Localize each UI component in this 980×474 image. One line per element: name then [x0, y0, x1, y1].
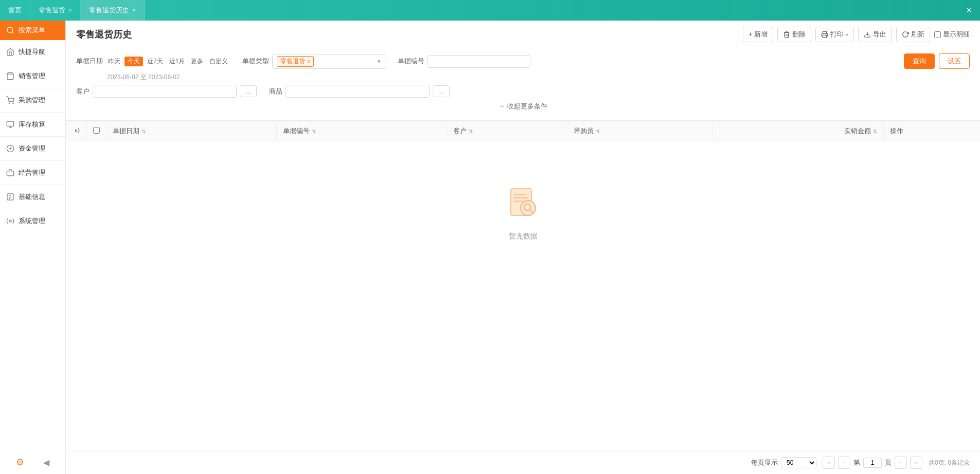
sidebar-search-label: 搜索菜单: [19, 26, 45, 35]
tab-home[interactable]: 首页: [0, 0, 30, 21]
svg-rect-22: [513, 197, 528, 198]
sort-icon-doc-date: ⇅: [141, 129, 146, 134]
export-button[interactable]: 导出: [858, 27, 892, 42]
last-page-button[interactable]: »: [910, 457, 922, 469]
print-button[interactable]: 打印 ▾: [815, 27, 854, 42]
sidebar-item-purchase[interactable]: 采购管理: [0, 88, 65, 113]
window-close-button[interactable]: ×: [958, 5, 980, 16]
doc-type-chip-text: 零售退货: [280, 57, 305, 66]
th-amount-sort[interactable]: 实销金额 ⇅: [719, 126, 877, 136]
sidebar-item-system[interactable]: 系统管理: [0, 209, 65, 233]
show-detail-checkbox[interactable]: [934, 31, 941, 38]
customer-input[interactable]: [93, 85, 237, 98]
sidebar-item-finance[interactable]: 资金管理: [0, 137, 65, 161]
tab-retail-return-close[interactable]: ×: [68, 7, 72, 14]
page-number-input[interactable]: [863, 458, 882, 468]
pagination-bar: 每页显示 10 20 50 100 « ‹ 第 页 › » 共0页, 0条记录: [66, 451, 980, 474]
svg-rect-21: [513, 194, 526, 195]
tab-retail-return-history-label: 零售退货历史: [89, 6, 129, 15]
column-settings-icon[interactable]: [73, 127, 80, 134]
th-doc-number: 单据编号 ⇅: [276, 121, 447, 141]
doc-type-select[interactable]: 零售退货 × ▾: [272, 54, 385, 69]
date-yesterday[interactable]: 昨天: [106, 57, 122, 66]
sidebar-item-inventory[interactable]: 库存核算: [0, 113, 65, 137]
show-detail-checkbox-label[interactable]: 显示明细: [934, 30, 970, 39]
tab-retail-return[interactable]: 零售退货 ×: [30, 0, 81, 21]
product-input[interactable]: [286, 85, 430, 98]
th-doc-number-sort[interactable]: 单据编号 ⇅: [283, 126, 440, 136]
svg-line-1: [12, 32, 13, 33]
refresh-icon: [902, 31, 909, 38]
tab-retail-return-label: 零售退货: [39, 6, 65, 15]
print-icon: [821, 31, 828, 38]
sidebar-item-sales[interactable]: 销售管理: [0, 64, 65, 88]
date-today[interactable]: 今天: [124, 57, 143, 66]
product-ellipsis-btn[interactable]: ...: [433, 85, 450, 97]
sidebar-collapse-icon[interactable]: ◀: [43, 458, 49, 467]
tab-retail-return-history[interactable]: 零售退货历史 ×: [81, 0, 145, 21]
customer-ellipsis-btn[interactable]: ...: [240, 85, 257, 97]
sidebar-settings-icon[interactable]: ⚙: [16, 457, 24, 468]
sort-icon-customer: ⇅: [469, 129, 473, 134]
date-custom[interactable]: 自定义: [207, 57, 230, 66]
sidebar-item-quick-nav[interactable]: 快捷导航: [0, 40, 65, 64]
th-customer-sort[interactable]: 客户 ⇅: [453, 126, 561, 136]
svg-point-19: [75, 130, 77, 132]
date-range-text: 2023-06-02 至 2023-06-02: [107, 74, 180, 81]
home-icon: [6, 48, 14, 56]
th-doc-date-label: 单据日期: [113, 126, 139, 136]
select-all-checkbox[interactable]: [93, 127, 100, 134]
refresh-button[interactable]: 刷新: [896, 27, 930, 42]
page-header: 零售退货历史 + 新增 删除 打印: [66, 21, 980, 121]
table-container: 单据日期 ⇅ 单据编号 ⇅ 客户: [66, 121, 980, 451]
print-button-label: 打印: [830, 30, 844, 39]
toolbar-actions: + 新增 删除 打印 ▾: [743, 27, 970, 42]
setting-button[interactable]: 设置: [939, 53, 970, 69]
doc-type-chip-close[interactable]: ×: [307, 58, 310, 64]
empty-text: 暂无数据: [509, 232, 538, 241]
page-nav: « ‹ 第 页 › »: [823, 457, 922, 469]
doc-number-input[interactable]: [427, 55, 530, 68]
collapse-label: 收起更多条件: [507, 102, 547, 111]
inventory-icon: [6, 120, 14, 129]
doc-type-label: 单据类型: [242, 57, 269, 66]
th-guide: 导购员 ⇅: [567, 121, 713, 141]
date-1month[interactable]: 近1月: [167, 57, 187, 66]
delete-button[interactable]: 删除: [777, 27, 811, 42]
th-doc-date-sort[interactable]: 单据日期 ⇅: [113, 126, 270, 136]
page-title-bar: 零售退货历史 + 新增 删除 打印: [76, 27, 970, 42]
query-button[interactable]: 查询: [904, 53, 935, 69]
total-records-text: 共0页, 0条记录: [929, 459, 970, 467]
tab-retail-return-history-close[interactable]: ×: [132, 7, 136, 14]
doc-type-filter-group: 单据类型 零售退货 × ▾: [242, 54, 385, 69]
add-button[interactable]: + 新增: [743, 27, 773, 42]
page-size-select-group: 每页显示 10 20 50 100: [751, 457, 816, 468]
svg-rect-17: [823, 35, 827, 38]
collapse-button[interactable]: 收起更多条件: [76, 102, 970, 111]
th-settings: [66, 121, 86, 141]
tab-home-label: 首页: [8, 6, 22, 15]
trash-icon: [783, 31, 790, 38]
sidebar-item-basic-info[interactable]: 基础信息: [0, 185, 65, 209]
date-more[interactable]: 更多: [189, 57, 205, 66]
sidebar-item-business[interactable]: 经营管理: [0, 161, 65, 185]
top-bar: 首页 零售退货 × 零售退货历史 × ×: [0, 0, 980, 21]
sidebar-search[interactable]: 搜索菜单: [0, 21, 65, 40]
show-detail-label-text: 显示明细: [943, 30, 970, 39]
th-guide-sort[interactable]: 导购员 ⇅: [574, 126, 706, 136]
setting-button-label: 设置: [948, 57, 961, 65]
next-page-button[interactable]: ›: [895, 457, 907, 469]
info-icon: [6, 193, 14, 201]
sidebar-bottom: ⚙ ◀: [0, 450, 65, 474]
sidebar-item-system-label: 系统管理: [19, 216, 45, 226]
data-table: 单据日期 ⇅ 单据编号 ⇅ 客户: [66, 121, 980, 141]
sidebar-item-purchase-label: 采购管理: [19, 96, 45, 105]
th-guide-label: 导购员: [574, 126, 594, 136]
page-size-dropdown[interactable]: 10 20 50 100: [781, 457, 816, 468]
date-shortcuts: 昨天 今天 近7天 近1月 更多 自定义: [106, 57, 230, 66]
date-7days[interactable]: 近7天: [145, 57, 165, 66]
svg-rect-23: [513, 200, 524, 202]
sort-icon-doc-number: ⇅: [312, 129, 316, 134]
first-page-button[interactable]: «: [823, 457, 835, 469]
prev-page-button[interactable]: ‹: [838, 457, 850, 469]
